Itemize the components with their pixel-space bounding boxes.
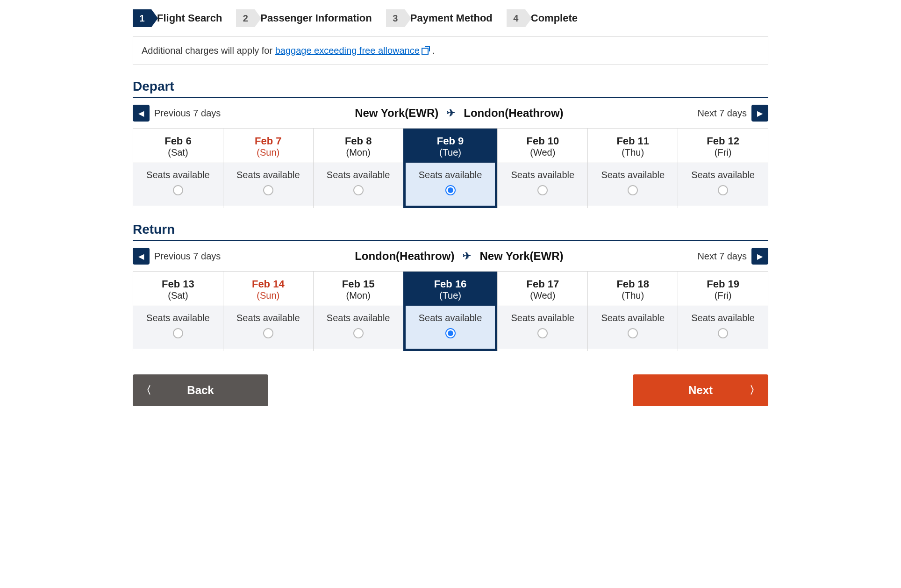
seat-availability: Seats available: [223, 170, 313, 180]
dow-label: (Thu): [588, 147, 678, 158]
date-header: Feb 10(Wed): [498, 129, 587, 163]
step-2: 2Passenger Information: [236, 9, 372, 27]
date-column[interactable]: Feb 13(Sat)Seats available: [133, 272, 223, 351]
date-header: Feb 18(Thu): [588, 272, 678, 306]
depart-date-radio[interactable]: [628, 185, 638, 195]
date-body: Seats available: [588, 306, 678, 349]
notice-suffix: .: [432, 45, 435, 56]
dow-label: (Wed): [498, 290, 587, 301]
dow-label: (Mon): [314, 290, 403, 301]
step-number: 1: [133, 9, 151, 27]
date-header: Feb 19(Fri): [678, 272, 768, 306]
date-header: Feb 14(Sun): [223, 272, 313, 306]
date-body: Seats available: [498, 306, 587, 349]
airplane-icon: ✈: [447, 107, 455, 119]
step-number: 2: [236, 9, 255, 27]
date-column[interactable]: Feb 19(Fri)Seats available: [678, 272, 768, 351]
date-label: Feb 8: [314, 135, 403, 147]
date-body: Seats available: [678, 163, 768, 206]
date-column[interactable]: Feb 9(Tue)Seats available: [403, 129, 498, 208]
step-number: 4: [507, 9, 525, 27]
notice-prefix: Additional charges will apply for: [142, 45, 275, 56]
dow-label: (Sun): [223, 290, 313, 301]
date-column[interactable]: Feb 18(Thu)Seats available: [587, 272, 678, 351]
date-header: Feb 13(Sat): [133, 272, 223, 306]
seat-availability: Seats available: [588, 313, 678, 323]
date-body: Seats available: [498, 163, 587, 206]
date-header: Feb 12(Fri): [678, 129, 768, 163]
step-label: Payment Method: [410, 12, 493, 24]
depart-to: London(Heathrow): [464, 107, 563, 120]
date-body: Seats available: [314, 306, 403, 349]
return-date-radio[interactable]: [173, 328, 183, 338]
seat-availability: Seats available: [498, 313, 587, 323]
depart-date-radio[interactable]: [537, 185, 548, 195]
chevron-left-icon: ◀: [138, 252, 144, 261]
seat-availability: Seats available: [314, 313, 403, 323]
date-column[interactable]: Feb 8(Mon)Seats available: [313, 129, 403, 208]
return-prev-label: Previous 7 days: [154, 251, 221, 262]
step-number: 3: [386, 9, 405, 27]
return-date-radio[interactable]: [263, 328, 273, 338]
progress-stepper: 1Flight Search2Passenger Information3Pay…: [133, 9, 768, 27]
date-column[interactable]: Feb 11(Thu)Seats available: [587, 129, 678, 208]
dow-label: (Fri): [678, 290, 768, 301]
return-date-radio[interactable]: [353, 328, 364, 338]
next-button[interactable]: Next 〉: [633, 374, 768, 406]
date-header: Feb 7(Sun): [223, 129, 313, 163]
depart-prev-label: Previous 7 days: [154, 108, 221, 119]
step-3: 3Payment Method: [386, 9, 493, 27]
date-body: Seats available: [223, 306, 313, 349]
seat-availability: Seats available: [406, 170, 495, 180]
next-button-label: Next: [688, 384, 713, 397]
date-column[interactable]: Feb 7(Sun)Seats available: [223, 129, 313, 208]
seat-availability: Seats available: [498, 170, 587, 180]
return-to: New York(EWR): [479, 250, 563, 263]
step-label: Passenger Information: [260, 12, 372, 24]
seat-availability: Seats available: [588, 170, 678, 180]
return-prev-button[interactable]: ◀: [133, 248, 150, 265]
baggage-link[interactable]: baggage exceeding free allowance: [275, 45, 429, 56]
baggage-notice: Additional charges will apply for baggag…: [133, 36, 768, 65]
depart-next-button[interactable]: ▶: [751, 105, 768, 122]
depart-date-radio[interactable]: [353, 185, 364, 195]
depart-prev-button[interactable]: ◀: [133, 105, 150, 122]
external-link-icon: [422, 48, 429, 55]
step-label: Flight Search: [157, 12, 222, 24]
return-date-radio[interactable]: [445, 328, 456, 338]
dow-label: (Tue): [406, 290, 495, 301]
chevron-right-icon: 〉: [750, 383, 760, 397]
return-date-radio[interactable]: [537, 328, 548, 338]
date-header: Feb 16(Tue): [406, 272, 495, 306]
date-column[interactable]: Feb 15(Mon)Seats available: [313, 272, 403, 351]
date-column[interactable]: Feb 6(Sat)Seats available: [133, 129, 223, 208]
date-column[interactable]: Feb 12(Fri)Seats available: [678, 129, 768, 208]
back-button[interactable]: 〈 Back: [133, 374, 268, 406]
date-label: Feb 6: [133, 135, 223, 147]
depart-date-radio[interactable]: [718, 185, 728, 195]
step-label: Complete: [531, 12, 578, 24]
date-column[interactable]: Feb 17(Wed)Seats available: [497, 272, 587, 351]
date-body: Seats available: [314, 163, 403, 206]
step-4: 4Complete: [507, 9, 578, 27]
seat-availability: Seats available: [406, 313, 495, 323]
return-date-radio[interactable]: [718, 328, 728, 338]
seat-availability: Seats available: [314, 170, 403, 180]
date-header: Feb 11(Thu): [588, 129, 678, 163]
baggage-link-text: baggage exceeding free allowance: [275, 45, 420, 56]
date-label: Feb 15: [314, 278, 403, 290]
date-column[interactable]: Feb 16(Tue)Seats available: [403, 272, 498, 351]
return-next-button[interactable]: ▶: [751, 248, 768, 265]
depart-date-radio[interactable]: [445, 185, 456, 195]
date-body: Seats available: [588, 163, 678, 206]
return-next-label: Next 7 days: [697, 251, 747, 262]
depart-date-radio[interactable]: [263, 185, 273, 195]
return-date-radio[interactable]: [628, 328, 638, 338]
depart-heading: Depart: [133, 79, 768, 98]
date-column[interactable]: Feb 10(Wed)Seats available: [497, 129, 587, 208]
date-column[interactable]: Feb 14(Sun)Seats available: [223, 272, 313, 351]
depart-route-row: ◀ Previous 7 days New York(EWR) ✈ London…: [133, 98, 768, 129]
dow-label: (Sat): [133, 147, 223, 158]
depart-date-radio[interactable]: [173, 185, 183, 195]
seat-availability: Seats available: [678, 313, 768, 323]
